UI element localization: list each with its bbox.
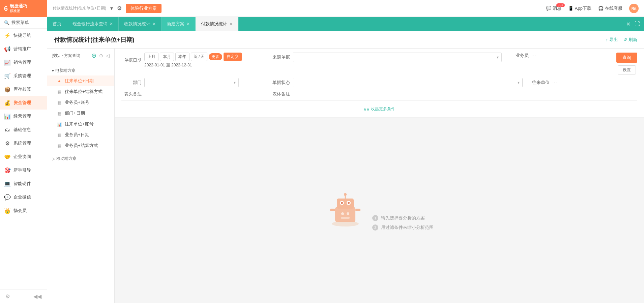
app-download-btn[interactable]: 📱 App下载 <box>568 5 591 11</box>
sidebar-item-basic-info[interactable]: 🗂 基础信息 <box>0 123 47 137</box>
staff-dots[interactable]: ··· <box>531 53 536 58</box>
scheme-staff-date[interactable]: ▦ 业务员+日期 <box>47 129 114 140</box>
marketing-icon: 📢 <box>4 46 11 52</box>
filter-source-col: 来源单据 ▾ <box>270 53 502 62</box>
date-btn-this-year[interactable]: 本年 <box>175 53 189 61</box>
scheme-staff-settlement-label: 业务员+结算方式 <box>65 143 98 149</box>
search-label: 搜索菜单 <box>11 20 29 26</box>
date-label: 单据日期 <box>121 57 142 63</box>
messages-btn[interactable]: 💬 消息 99+ <box>546 5 561 11</box>
sidebar-item-guide[interactable]: 🎯 新手引导 <box>0 163 47 177</box>
export-btn[interactable]: ↑ 导出 <box>606 37 618 43</box>
sidebar-item-system[interactable]: ⚙ 系统管理 <box>0 137 47 150</box>
inventory-icon: 📦 <box>4 86 11 93</box>
scheme-header-label: 按以下方案查询 <box>52 53 80 59</box>
refresh-btn[interactable]: ↺ 刷新 <box>623 37 637 43</box>
tab-home-label: 首页 <box>53 21 61 27</box>
tab-new-scheme[interactable]: 新建方案 ✕ <box>162 17 196 31</box>
scheme-staff-account[interactable]: ▦ 业务员+账号 <box>47 97 114 108</box>
query-actions: 查询 设置 <box>616 53 637 74</box>
svg-point-6 <box>348 202 350 204</box>
tab-home[interactable]: 首页 <box>47 17 67 31</box>
mobile-scheme-group[interactable]: ▷ 移动端方案 <box>47 154 114 163</box>
status-label: 单据状态 <box>270 80 290 86</box>
empty-illustration-area: 1 请先选择要分析的方案 2 用过滤条件来缩小分析范围 <box>325 190 434 231</box>
source-dropdown-icon: ▾ <box>497 55 499 60</box>
sidebar-item-purchase[interactable]: 🛒 采购管理 <box>0 69 47 83</box>
tab-new-scheme-close-icon[interactable]: ✕ <box>186 22 190 26</box>
tab-payments-close-icon[interactable]: ✕ <box>229 22 233 26</box>
scheme-settings-icon[interactable]: ⊙ <box>99 53 103 58</box>
sidebar-item-inventory[interactable]: 📦 库存核算 <box>0 83 47 96</box>
scheme-counterpart-settlement[interactable]: ▦ 往来单位+结算方式 <box>47 86 114 97</box>
scheme-staff-settlement[interactable]: ▦ 业务员+结算方式 <box>47 140 114 151</box>
topbar-gear-icon[interactable]: ⚙ <box>117 5 122 11</box>
dept-select[interactable]: ▾ <box>144 78 239 87</box>
tip-num-1: 1 <box>372 215 378 221</box>
counterpart-label: 往来单位 <box>529 80 550 86</box>
message-icon: 💬 <box>546 6 551 11</box>
scheme-counterpart-account[interactable]: 📊 往来单位+账号 <box>47 119 114 129</box>
scheme-collapse-icon[interactable]: ◁ <box>106 53 110 58</box>
scheme-dept-date[interactable]: ▦ 部门+日期 <box>47 108 114 119</box>
sidebar-label-purchase: 采购管理 <box>13 73 31 79</box>
tab-expand-icon[interactable]: ⛶ <box>635 21 640 27</box>
hardware-icon: 💻 <box>4 180 11 187</box>
sidebar-label-finance: 资金管理 <box>13 100 31 106</box>
tab-bank-flow-close-icon[interactable]: ✕ <box>110 22 113 26</box>
finance-icon: 💰 <box>4 99 11 106</box>
sidebar-label-basic-info: 基础信息 <box>13 127 31 133</box>
sidebar-item-wechat[interactable]: 💬 企业微信 <box>0 190 47 204</box>
filter-body-note-col: 表体备注 <box>270 91 637 97</box>
export-icon: ↑ <box>606 37 608 42</box>
sidebar-item-vip[interactable]: 👑 畅会员 <box>0 204 47 217</box>
sidebar-item-sales[interactable]: 📈 销售管理 <box>0 56 47 69</box>
sidebar-item-hardware[interactable]: 💻 智能硬件 <box>0 177 47 190</box>
topbar: 付款情况统计(往来单位+日期) ▾ ⚙ 体验行业方案 💬 消息 99+ 📱 Ap… <box>47 0 644 17</box>
tab-receipts-close-icon[interactable]: ✕ <box>152 22 156 26</box>
collapse-sidebar-icon[interactable]: ◀◀ <box>33 293 41 300</box>
sidebar-search[interactable]: 🔍 搜索菜单 <box>0 17 47 29</box>
scheme-table-icon-4: ▦ <box>57 132 62 138</box>
sidebar-item-marketing[interactable]: 📢 营销推广 <box>0 42 47 56</box>
trial-btn[interactable]: 体验行业方案 <box>126 4 162 13</box>
sidebar-item-enterprise[interactable]: 🤝 企业协同 <box>0 150 47 163</box>
source-select[interactable]: ▾ <box>293 53 502 62</box>
breadcrumb-dropdown-icon[interactable]: ▾ <box>110 5 113 11</box>
scheme-counterpart-date[interactable]: ● 往来单位+日期 <box>47 75 114 86</box>
header-note-input[interactable] <box>144 91 239 97</box>
sidebar-item-quick-nav[interactable]: ⚡ 快捷导航 <box>0 29 47 42</box>
scheme-add-icon[interactable]: ⊕ <box>91 52 96 59</box>
date-btn-this-month[interactable]: 本月 <box>160 53 174 61</box>
filter-section: 单据日期 上月 本月 本年 近7天 更多 自定义 2022-01-01 至 20… <box>115 49 644 118</box>
mobile-group-label: 移动端方案 <box>56 156 77 161</box>
filter-status-col: 单据状态 ▾ <box>270 78 523 87</box>
date-btn-custom[interactable]: 自定义 <box>224 53 242 61</box>
body-note-input[interactable] <box>293 91 637 97</box>
tab-close-all-icon[interactable]: ✕ <box>626 21 631 27</box>
svg-point-8 <box>344 193 347 196</box>
settings-bottom-icon[interactable]: ⚙ <box>5 293 10 300</box>
counterpart-dots[interactable]: ··· <box>552 80 557 85</box>
tab-receipts[interactable]: 收款情况统计 ✕ <box>119 17 162 31</box>
sidebar-item-operations[interactable]: 📊 经营管理 <box>0 110 47 123</box>
tab-bank-flow[interactable]: 现金银行流水查询 ✕ <box>67 17 119 31</box>
app-name: 畅捷通巧 <box>10 3 27 9</box>
date-btn-last-month[interactable]: 上月 <box>144 53 158 61</box>
scheme-chart-icon-1: 📊 <box>57 121 62 127</box>
online-service-btn[interactable]: 🎧 在线客服 <box>598 5 622 11</box>
date-btn-7days[interactable]: 近7天 <box>191 53 207 61</box>
setting-btn[interactable]: 设置 <box>618 65 636 74</box>
collapse-btn[interactable]: ∧∧ 收起更多条件 <box>363 103 395 115</box>
app-badge: 标准版 <box>10 9 27 13</box>
query-btn[interactable]: 查询 <box>616 53 637 63</box>
status-select[interactable]: ▾ <box>293 78 523 87</box>
svg-point-5 <box>341 202 343 204</box>
tab-payments[interactable]: 付款情况统计 ✕ <box>196 17 238 31</box>
user-avatar[interactable]: Rit <box>629 4 639 13</box>
tip-text-1: 请先选择要分析的方案 <box>381 215 425 221</box>
sidebar-item-finance[interactable]: 💰 资金管理 <box>0 96 47 110</box>
pc-group-title[interactable]: ▾ 电脑端方案 <box>47 66 114 75</box>
date-btn-more[interactable]: 更多 <box>209 53 222 60</box>
scheme-dept-date-label: 部门+日期 <box>65 110 85 116</box>
